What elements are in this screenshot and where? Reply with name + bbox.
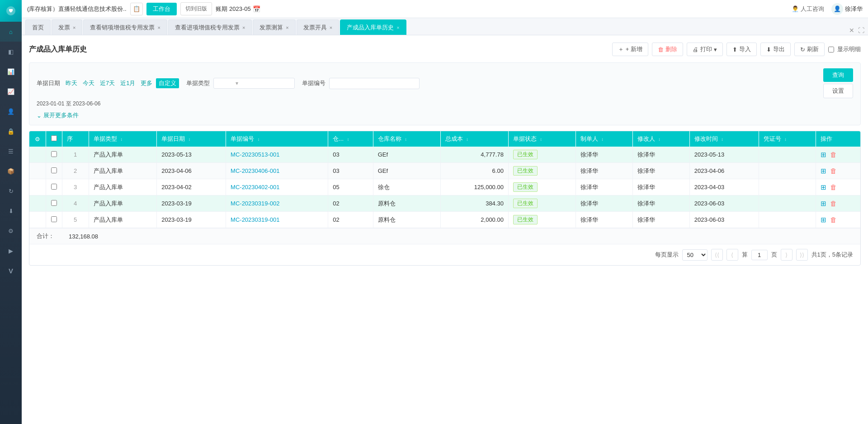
tab-close-all-icon[interactable]: ✕ (849, 27, 854, 34)
calendar-icon[interactable]: 📅 (253, 5, 260, 13)
shortcut-custom[interactable]: 自定义 (156, 78, 179, 88)
filter-type-select[interactable]: ▾ (213, 78, 295, 89)
tab-sales-vat-close-icon[interactable]: × (157, 25, 160, 30)
sidebar-item-settings[interactable]: ⚙ (0, 221, 22, 241)
th-warehouse-name[interactable]: 仓库名称 ↕ (373, 131, 440, 147)
th-date[interactable]: 单据日期 ↕ (157, 131, 226, 147)
th-modify-time[interactable]: 修改时间 ↕ (689, 131, 759, 147)
row-checkbox-4[interactable] (51, 216, 57, 222)
tab-product-history-close-icon[interactable]: × (396, 25, 399, 30)
sidebar-item-refresh[interactable]: ↻ (0, 181, 22, 201)
row-num-link-2[interactable]: MC-20230402-001 (231, 184, 279, 191)
tab-calc-close-icon[interactable]: × (286, 25, 288, 30)
page-input[interactable] (751, 250, 768, 260)
cell-num-4[interactable]: MC-20230319-001 (226, 212, 328, 228)
delete-button[interactable]: 🗑 删除 (652, 43, 683, 56)
delete-row-icon-0[interactable]: 🗑 (830, 151, 837, 158)
sidebar-item-analysis[interactable]: 📈 (0, 81, 22, 101)
tab-invoice-close-icon[interactable]: × (73, 25, 75, 30)
row-checkbox-3[interactable] (51, 200, 57, 206)
sidebar-item-chart[interactable]: 📊 (0, 62, 22, 81)
th-voucher[interactable]: 凭证号 ↕ (759, 131, 816, 147)
shortcut-1month[interactable]: 近1月 (118, 78, 137, 88)
next-page-button[interactable]: ⟩ (781, 249, 793, 261)
tab-issue-close-icon[interactable]: × (330, 25, 332, 30)
row-checkbox-2[interactable] (51, 184, 57, 190)
th-num[interactable]: 单据编号 ↕ (226, 131, 328, 147)
th-type[interactable]: 单据类型 ↕ (89, 131, 156, 147)
cell-check-1[interactable] (46, 163, 62, 179)
th-modifier[interactable]: 修改人 ↕ (632, 131, 689, 147)
shortcut-today[interactable]: 今天 (81, 78, 96, 88)
tab-home[interactable]: 首页 (25, 19, 51, 35)
edit-icon-2[interactable]: ⊞ (821, 183, 826, 191)
select-all-checkbox[interactable] (51, 135, 57, 141)
delete-row-icon-4[interactable]: 🗑 (830, 216, 837, 224)
sidebar-item-doc[interactable]: ◧ (0, 42, 22, 62)
show-detail-input[interactable] (828, 47, 834, 52)
company-selector[interactable]: (库存核算）直播轻线通信息技术股份... ▼ (27, 5, 127, 13)
workbench-button[interactable]: 工作台 (146, 3, 177, 15)
show-detail-checkbox[interactable]: 显示明细 (828, 45, 861, 53)
th-settings[interactable]: ⚙ (29, 131, 46, 147)
cell-num-3[interactable]: MC-20230319-002 (226, 195, 328, 212)
cell-num-0[interactable]: MC-20230513-001 (226, 147, 328, 163)
query-button[interactable]: 查询 (823, 68, 853, 82)
delete-row-icon-3[interactable]: 🗑 (830, 200, 837, 207)
doc-button[interactable]: 📋 (130, 3, 143, 15)
row-num-link-4[interactable]: MC-20230319-001 (231, 216, 279, 223)
edit-icon-1[interactable]: ⊞ (821, 167, 826, 175)
sidebar-item-lock[interactable]: 🔒 (0, 121, 22, 141)
edit-icon-4[interactable]: ⊞ (821, 216, 826, 224)
sidebar-item-home[interactable]: ⌂ (0, 22, 22, 42)
delete-row-icon-2[interactable]: 🗑 (830, 183, 837, 191)
new-button[interactable]: ＋ + 新增 (612, 43, 648, 56)
tab-invoice[interactable]: 发票 × (52, 19, 82, 35)
sidebar-item-v[interactable]: V (0, 261, 22, 281)
tab-purchase-vat[interactable]: 查看进项增值税专用发票 × (168, 19, 252, 35)
tab-expand-icon[interactable]: ⛶ (858, 27, 864, 34)
shortcut-7days[interactable]: 近7天 (98, 78, 117, 88)
th-warehouse-code[interactable]: 仓... ↕ (328, 131, 373, 147)
filter-num-input[interactable] (329, 78, 420, 89)
history-button[interactable]: 切到旧版 (180, 2, 212, 15)
row-num-link-0[interactable]: MC-20230513-001 (231, 151, 279, 158)
edit-icon-0[interactable]: ⊞ (821, 151, 826, 159)
tab-purchase-vat-close-icon[interactable]: × (242, 25, 245, 30)
app-logo[interactable] (0, 0, 22, 22)
row-num-link-1[interactable]: MC-20230406-001 (231, 167, 279, 174)
tab-product-history[interactable]: 产成品入库单历史 × (340, 19, 406, 35)
filter-settings-button[interactable]: 设置 (823, 84, 853, 98)
row-checkbox-0[interactable] (51, 151, 57, 157)
th-creator[interactable]: 制单人 ↕ (576, 131, 632, 147)
first-page-button[interactable]: ⟨⟨ (711, 249, 723, 261)
th-checkbox[interactable] (46, 131, 62, 147)
th-total-cost[interactable]: 总成本 ↕ (440, 131, 508, 147)
cell-check-2[interactable] (46, 179, 62, 195)
th-status[interactable]: 单据状态 ↕ (508, 131, 576, 147)
shortcut-yesterday[interactable]: 昨天 (64, 78, 79, 88)
export-button[interactable]: ⬇ 导出 (760, 43, 791, 56)
last-page-button[interactable]: ⟩⟩ (796, 249, 808, 261)
sidebar-item-person[interactable]: 👤 (0, 101, 22, 121)
sidebar-item-box[interactable]: 📦 (0, 161, 22, 181)
user-info[interactable]: 👤 徐泽华 (831, 3, 863, 15)
sidebar-item-download[interactable]: ⬇ (0, 201, 22, 221)
tab-issue[interactable]: 发票开具 × (297, 19, 339, 35)
expand-more-button[interactable]: ⌄ 展开更多条件 (37, 111, 853, 119)
row-checkbox-1[interactable] (51, 167, 57, 173)
cell-check-3[interactable] (46, 195, 62, 212)
service-button[interactable]: 👨‍💼 人工咨询 (792, 5, 824, 13)
edit-icon-3[interactable]: ⊞ (821, 200, 826, 208)
row-num-link-3[interactable]: MC-20230319-002 (231, 200, 279, 207)
sidebar-item-play[interactable]: ▶ (0, 241, 22, 261)
sidebar-item-list[interactable]: ☰ (0, 141, 22, 161)
shortcut-more[interactable]: 更多 (139, 78, 154, 88)
delete-row-icon-1[interactable]: 🗑 (830, 167, 837, 175)
tab-calc[interactable]: 发票测算 × (253, 19, 295, 35)
cell-check-4[interactable] (46, 212, 62, 228)
per-page-select[interactable]: 20 50 100 (682, 249, 708, 261)
prev-page-button[interactable]: ⟨ (726, 249, 738, 261)
cell-check-0[interactable] (46, 147, 62, 163)
import-button[interactable]: ⬆ 导入 (726, 43, 757, 56)
